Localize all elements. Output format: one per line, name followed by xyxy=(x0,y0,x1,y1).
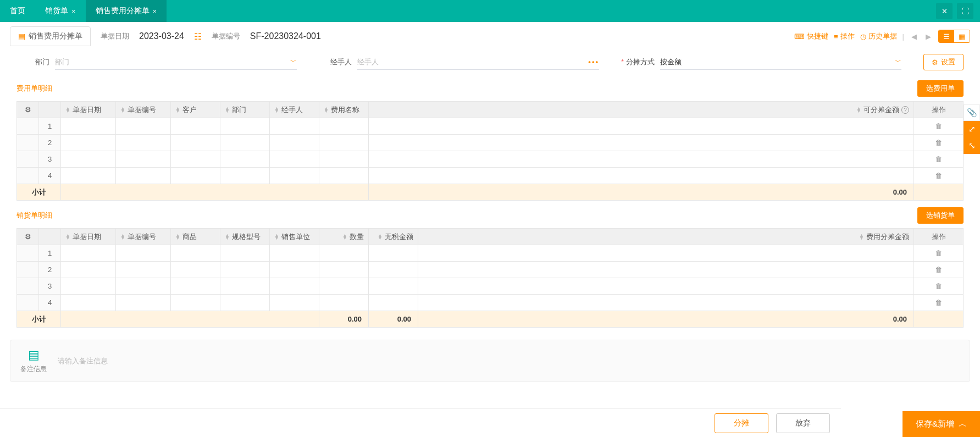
attachment-icon[interactable]: 📎 xyxy=(964,104,980,121)
cell[interactable] xyxy=(319,151,369,168)
col-feealloc[interactable]: ▲▼费用分摊金额 xyxy=(418,229,914,245)
close-icon[interactable]: × xyxy=(71,7,76,15)
col-date[interactable]: ▲▼单据日期 xyxy=(61,229,116,245)
cell[interactable] xyxy=(418,262,914,278)
view-grid-icon[interactable]: ▦ xyxy=(954,30,970,42)
cell[interactable] xyxy=(270,278,319,295)
gear-icon[interactable]: ⚙ xyxy=(17,102,39,118)
cell[interactable] xyxy=(319,295,369,311)
delete-row-button[interactable]: 🗑 xyxy=(914,135,964,151)
cell[interactable] xyxy=(171,245,220,262)
cell[interactable] xyxy=(220,135,270,151)
cell[interactable] xyxy=(116,295,171,311)
cell[interactable] xyxy=(418,295,914,311)
col-date[interactable]: ▲▼单据日期 xyxy=(61,102,116,118)
dept-select[interactable]: 部门 ﹀ xyxy=(55,54,297,70)
fullscreen-button[interactable]: ⛶ xyxy=(957,3,973,19)
tab-alloc[interactable]: 销售费用分摊单× xyxy=(86,0,167,22)
col-dept[interactable]: ▲▼部门 xyxy=(220,102,270,118)
view-list-icon[interactable]: ☰ xyxy=(939,30,954,42)
prev-button[interactable]: ◀ xyxy=(910,32,918,41)
discard-button[interactable]: 放弃 xyxy=(776,413,830,433)
cell[interactable] xyxy=(61,262,116,278)
cell[interactable] xyxy=(116,118,171,135)
settings-button[interactable]: ⚙设置 xyxy=(923,54,964,70)
cell[interactable] xyxy=(319,245,369,262)
ops-link[interactable]: ≡操作 xyxy=(834,31,855,41)
col-unit[interactable]: ▲▼销售单位 xyxy=(270,229,319,245)
cell[interactable] xyxy=(319,262,369,278)
cell[interactable] xyxy=(61,151,116,168)
help-icon[interactable]: ? xyxy=(901,106,909,114)
col-prod[interactable]: ▲▼商品 xyxy=(171,229,220,245)
cell[interactable] xyxy=(220,295,270,311)
cell[interactable] xyxy=(270,245,319,262)
calendar-icon[interactable]: ☷ xyxy=(194,31,202,42)
cell[interactable] xyxy=(369,262,418,278)
select-sales-button[interactable]: 选销货单 xyxy=(917,207,964,224)
gear-icon[interactable]: ⚙ xyxy=(17,229,39,245)
cell[interactable] xyxy=(171,278,220,295)
method-select[interactable]: 按金额 ﹀ xyxy=(660,54,901,70)
cell[interactable] xyxy=(369,278,418,295)
cell[interactable] xyxy=(116,151,171,168)
delete-row-button[interactable]: 🗑 xyxy=(914,295,964,311)
delete-row-button[interactable]: 🗑 xyxy=(914,262,964,278)
tab-home[interactable]: 首页 xyxy=(0,0,35,22)
delete-row-button[interactable]: 🗑 xyxy=(914,151,964,168)
cell[interactable] xyxy=(270,151,319,168)
cell[interactable] xyxy=(61,295,116,311)
cell[interactable] xyxy=(270,262,319,278)
cell[interactable] xyxy=(171,262,220,278)
table-row[interactable]: 3🗑 xyxy=(17,151,964,168)
cell[interactable] xyxy=(116,278,171,295)
table-row[interactable]: 3🗑 xyxy=(17,278,964,295)
cell[interactable] xyxy=(61,278,116,295)
shortcut-link[interactable]: ⌨快捷键 xyxy=(794,31,828,41)
cell[interactable] xyxy=(116,245,171,262)
col-no[interactable]: ▲▼单据编号 xyxy=(116,229,171,245)
col-fee[interactable]: ▲▼费用名称 xyxy=(319,102,369,118)
cell[interactable] xyxy=(369,168,914,184)
col-handler[interactable]: ▲▼经手人 xyxy=(270,102,319,118)
cell[interactable] xyxy=(220,151,270,168)
cell[interactable] xyxy=(220,278,270,295)
select-fee-button[interactable]: 选费用单 xyxy=(917,80,964,97)
cell[interactable] xyxy=(61,245,116,262)
cell[interactable] xyxy=(61,135,116,151)
cell[interactable] xyxy=(369,295,418,311)
cell[interactable] xyxy=(116,135,171,151)
cell[interactable] xyxy=(369,118,914,135)
cell[interactable] xyxy=(319,135,369,151)
cell[interactable] xyxy=(270,135,319,151)
cell[interactable] xyxy=(61,118,116,135)
close-icon[interactable]: × xyxy=(153,7,157,15)
cell[interactable] xyxy=(220,168,270,184)
delete-row-button[interactable]: 🗑 xyxy=(914,245,964,262)
cell[interactable] xyxy=(171,151,220,168)
handler-select[interactable]: 经手人 ••• xyxy=(357,54,599,70)
cell[interactable] xyxy=(220,262,270,278)
cell[interactable] xyxy=(270,295,319,311)
table-row[interactable]: 4🗑 xyxy=(17,295,964,311)
cell[interactable] xyxy=(61,168,116,184)
cell[interactable] xyxy=(220,245,270,262)
cell[interactable] xyxy=(270,168,319,184)
cell[interactable] xyxy=(369,151,914,168)
cell[interactable] xyxy=(171,118,220,135)
cell[interactable] xyxy=(171,168,220,184)
col-qty[interactable]: ▲▼数量 xyxy=(319,229,369,245)
cell[interactable] xyxy=(171,295,220,311)
cell[interactable] xyxy=(369,135,914,151)
cell[interactable] xyxy=(418,278,914,295)
delete-row-button[interactable]: 🗑 xyxy=(914,278,964,295)
tab-sales[interactable]: 销货单× xyxy=(35,0,86,22)
cell[interactable] xyxy=(319,278,369,295)
save-add-button[interactable]: 保存&新增︿ xyxy=(903,411,980,437)
table-row[interactable]: 2🗑 xyxy=(17,135,964,151)
cell[interactable] xyxy=(319,168,369,184)
alloc-button[interactable]: 分摊 xyxy=(715,413,768,433)
delete-row-button[interactable]: 🗑 xyxy=(914,118,964,135)
expand2-icon[interactable]: ⤡ xyxy=(964,137,980,154)
table-row[interactable]: 1🗑 xyxy=(17,118,964,135)
